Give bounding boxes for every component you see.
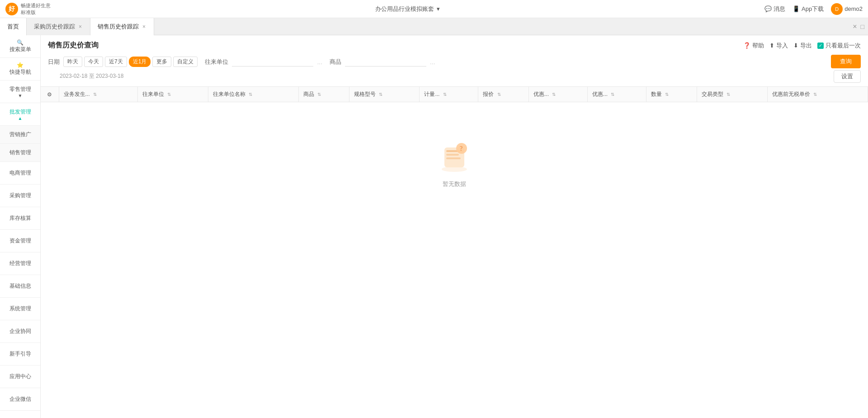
partner-input[interactable]	[232, 57, 313, 66]
date-custom[interactable]: 自定义	[173, 57, 198, 67]
sidebar-item-shortcut[interactable]: ⭐ 快捷导航	[0, 58, 40, 81]
sidebar: 🔍 搜索菜单 ⭐ 快捷导航 零售管理 ▼ 批发管理 ▲ 营销推广 销售管理 电商…	[0, 35, 41, 418]
sidebar-item-membership[interactable]: 畅会员	[0, 411, 40, 418]
tab-purchase-history-label: 采购历史价跟踪	[34, 23, 75, 31]
sidebar-item-guide[interactable]: 新手引导	[0, 343, 40, 366]
svg-text:?: ?	[460, 145, 462, 152]
sort-icon: ⇅	[665, 92, 669, 97]
date-7days[interactable]: 近7天	[105, 57, 127, 67]
sidebar-item-enterprise[interactable]: 企业协同	[0, 320, 40, 343]
filter-right-buttons: 查询 设置	[831, 55, 861, 83]
content-area: 销售历史价查询 ❓ 帮助 ⬆ 导入 ⬇ 导出 ✓	[41, 35, 868, 418]
date-1month[interactable]: 近1月	[129, 57, 151, 67]
col-discount1[interactable]: 优惠... ⇅	[529, 87, 588, 102]
sort-icon: ⇅	[552, 92, 556, 97]
top-bar-right: 💬 消息 📱 App下载 D demo2	[764, 3, 863, 15]
sidebar-item-search[interactable]: 🔍 搜索菜单	[0, 35, 40, 58]
logo-icon: 好	[5, 3, 18, 15]
tab-home[interactable]: 首页	[0, 18, 27, 35]
col-product[interactable]: 商品 ⇅	[299, 87, 349, 102]
partner-dots[interactable]: ...	[317, 58, 322, 66]
product-dots[interactable]: ...	[430, 58, 435, 66]
table-container: ⚙ 业务发生... ⇅ 往来单位 ⇅ 往来单位名称 ⇅	[41, 87, 868, 418]
sidebar-item-inventory[interactable]: 库存核算	[0, 207, 40, 230]
sidebar-item-wechat[interactable]: 企业微信	[0, 388, 40, 411]
chevron-up-icon: ▲	[18, 116, 23, 121]
sidebar-item-retail[interactable]: 零售管理 ▼	[0, 81, 40, 103]
sort-icon: ⇅	[379, 92, 382, 97]
sidebar-item-system[interactable]: 系统管理	[0, 298, 40, 320]
date-yesterday[interactable]: 昨天	[63, 57, 82, 67]
page-actions: ❓ 帮助 ⬆ 导入 ⬇ 导出 ✓ 只看最后一次	[743, 42, 861, 50]
shortcut-icon: ⭐	[17, 62, 24, 68]
app-download-button[interactable]: 📱 App下载	[793, 5, 824, 13]
logo-text: 畅捷通好生意 标准版	[21, 2, 51, 15]
tab-sales-history-label: 销售历史价跟踪	[98, 23, 139, 31]
empty-text: 暂无数据	[443, 180, 466, 188]
date-today[interactable]: 今天	[84, 57, 103, 67]
avatar: D	[831, 3, 843, 15]
sidebar-item-ecommerce[interactable]: 电商管理	[0, 162, 40, 185]
partner-filter-group: 往来单位 ...	[205, 57, 322, 66]
svg-rect-4	[446, 157, 461, 159]
date-more[interactable]: 更多	[152, 57, 171, 67]
col-quantity[interactable]: 数量 ⇅	[646, 87, 697, 102]
sort-icon: ⇅	[497, 92, 501, 97]
page-title-row: 销售历史价查询 ❓ 帮助 ⬆ 导入 ⬇ 导出 ✓	[48, 41, 861, 50]
product-input[interactable]	[345, 57, 426, 66]
page-header: 销售历史价查询 ❓ 帮助 ⬆ 导入 ⬇ 导出 ✓	[41, 35, 868, 87]
empty-icon: ?	[436, 138, 472, 175]
search-icon: 🔍	[17, 39, 24, 46]
maximize-window-icon[interactable]: □	[861, 23, 864, 30]
col-partner-code[interactable]: 往来单位 ⇅	[137, 87, 208, 102]
col-pretax-price[interactable]: 优惠前无税单价 ⇅	[767, 87, 868, 102]
sidebar-item-basic-info[interactable]: 基础信息	[0, 275, 40, 298]
help-icon: ❓	[743, 42, 750, 49]
only-last-checkbox[interactable]: ✓ 只看最后一次	[817, 42, 861, 50]
checkbox-checked-icon: ✓	[817, 43, 824, 49]
col-biz-date[interactable]: 业务发生... ⇅	[59, 87, 137, 102]
col-trade-type[interactable]: 交易类型 ⇅	[697, 87, 767, 102]
sort-icon: ⇅	[611, 92, 614, 97]
user-menu[interactable]: D demo2	[831, 3, 863, 15]
sidebar-item-wholesale[interactable]: 批发管理 ▲	[0, 103, 40, 126]
sidebar-item-operations[interactable]: 经营管理	[0, 252, 40, 275]
sidebar-item-purchase[interactable]: 采购管理	[0, 185, 40, 207]
date-range-display: 2023-02-18 至 2023-03-18	[60, 72, 824, 80]
export-button[interactable]: ⬇ 导出	[793, 42, 812, 50]
col-discount2[interactable]: 优惠... ⇅	[588, 87, 646, 102]
col-settings[interactable]: ⚙	[41, 87, 59, 102]
close-window-icon[interactable]: ×	[853, 23, 857, 31]
settings-button[interactable]: 设置	[834, 70, 861, 83]
col-partner-name[interactable]: 往来单位名称 ⇅	[208, 87, 298, 102]
chevron-down-icon: ▾	[437, 5, 440, 12]
tab-bar-actions: × □	[853, 23, 868, 31]
sidebar-item-finance[interactable]: 资金管理	[0, 230, 40, 252]
tab-bar: 首页 采购历史价跟踪 × 销售历史价跟踪 × × □	[0, 18, 868, 35]
sort-icon: ⇅	[167, 92, 171, 97]
empty-state: ? 暂无数据	[41, 102, 868, 224]
top-bar: 好 畅捷通好生意 标准版 办公用品行业模拟账套 ▾ 💬 消息 📱 App下载 D…	[0, 0, 868, 18]
sort-icon: ⇅	[249, 92, 252, 97]
sort-icon: ⇅	[726, 92, 730, 97]
sidebar-item-app-center[interactable]: 应用中心	[0, 366, 40, 388]
tab-sales-history[interactable]: 销售历史价跟踪 ×	[90, 18, 154, 35]
import-icon: ⬆	[769, 42, 774, 49]
col-spec[interactable]: 规格型号 ⇅	[349, 87, 420, 102]
sidebar-item-sales-mgmt[interactable]: 销售管理	[0, 144, 40, 162]
col-unit[interactable]: 计量... ⇅	[420, 87, 478, 102]
tab-purchase-history-close[interactable]: ×	[78, 23, 83, 31]
table-header-row: ⚙ 业务发生... ⇅ 往来单位 ⇅ 往来单位名称 ⇅	[41, 87, 868, 102]
tab-sales-history-close[interactable]: ×	[142, 23, 146, 31]
top-bar-left: 好 畅捷通好生意 标准版	[5, 2, 51, 15]
import-button[interactable]: ⬆ 导入	[769, 42, 788, 50]
message-button[interactable]: 💬 消息	[764, 5, 785, 13]
query-button[interactable]: 查询	[831, 55, 861, 68]
message-icon: 💬	[764, 5, 772, 12]
sidebar-item-marketing[interactable]: 营销推广	[0, 126, 40, 144]
col-price[interactable]: 报价 ⇅	[478, 87, 529, 102]
app-selector[interactable]: 办公用品行业模拟账套 ▾	[375, 5, 440, 13]
tab-purchase-history[interactable]: 采购历史价跟踪 ×	[27, 18, 90, 35]
help-button[interactable]: ❓ 帮助	[743, 42, 764, 50]
product-filter-group: 商品 ...	[330, 57, 435, 66]
